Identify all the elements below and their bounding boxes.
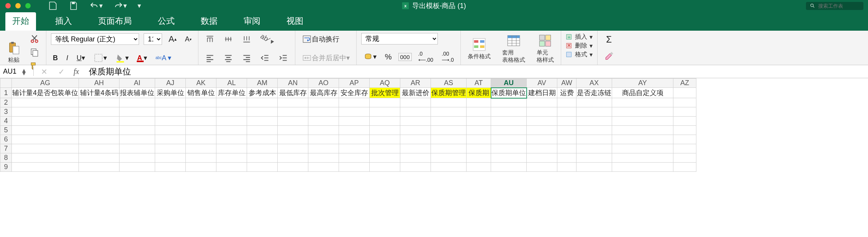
cell[interactable]: [370, 126, 400, 135]
align-bottom-icon[interactable]: [240, 33, 254, 45]
cell[interactable]: [576, 126, 612, 135]
cell[interactable]: [79, 98, 120, 107]
cell[interactable]: [79, 153, 120, 163]
confirm-edit-icon[interactable]: ✓: [56, 66, 67, 77]
cell[interactable]: [278, 163, 308, 172]
decrease-indent-icon[interactable]: [258, 52, 272, 64]
cell[interactable]: [400, 98, 431, 107]
column-header[interactable]: AH: [79, 79, 120, 88]
cell[interactable]: [278, 107, 308, 117]
merge-center-button[interactable]: 合并后居中 ▾: [300, 52, 352, 64]
redo-icon[interactable]: ▾: [111, 0, 129, 12]
column-header[interactable]: AQ: [370, 79, 400, 88]
cell[interactable]: [612, 163, 673, 172]
column-header[interactable]: AK: [186, 79, 216, 88]
cell[interactable]: [400, 163, 431, 172]
tab-3[interactable]: 公式: [151, 12, 182, 31]
cell[interactable]: 安全库存: [339, 88, 370, 98]
cell[interactable]: [557, 153, 576, 163]
cell[interactable]: [576, 144, 612, 153]
cell[interactable]: 建档日期: [527, 88, 557, 98]
cell[interactable]: [491, 135, 527, 144]
cell[interactable]: [12, 135, 79, 144]
format-as-table-button[interactable]: 套用 表格格式: [500, 33, 527, 64]
cell[interactable]: [308, 107, 339, 117]
cell[interactable]: [308, 117, 339, 126]
cell[interactable]: [186, 117, 216, 126]
borders-button[interactable]: ▾: [92, 52, 109, 64]
conditional-formatting-button[interactable]: 条件格式: [465, 37, 493, 61]
cell[interactable]: [576, 98, 612, 107]
cell[interactable]: [155, 117, 186, 126]
zoom-window-button[interactable]: [25, 3, 31, 8]
cell[interactable]: [370, 163, 400, 172]
cell[interactable]: [491, 144, 527, 153]
column-header[interactable]: AI: [120, 79, 155, 88]
insert-cells-button[interactable]: ＋ 插入 ▾: [566, 33, 593, 41]
autosum-icon[interactable]: Σ: [604, 33, 614, 46]
cell[interactable]: [308, 163, 339, 172]
fill-color-button[interactable]: ▾: [113, 52, 131, 64]
cell[interactable]: [467, 126, 491, 135]
column-header[interactable]: AM: [247, 79, 278, 88]
cell[interactable]: 最低库存: [278, 88, 308, 98]
cell[interactable]: [673, 126, 696, 135]
cell[interactable]: [673, 135, 696, 144]
cell[interactable]: [216, 98, 247, 107]
cell[interactable]: [216, 153, 247, 163]
cell[interactable]: [400, 135, 431, 144]
cell[interactable]: [467, 153, 491, 163]
column-header[interactable]: AJ: [155, 79, 186, 88]
cell[interactable]: 商品自定义项: [612, 88, 673, 98]
cell[interactable]: [557, 117, 576, 126]
cell[interactable]: [673, 88, 696, 98]
cell[interactable]: [527, 153, 557, 163]
cell[interactable]: [247, 135, 278, 144]
cell[interactable]: [186, 135, 216, 144]
row-header[interactable]: 8: [0, 153, 12, 163]
column-header[interactable]: AR: [400, 79, 431, 88]
cell[interactable]: [576, 153, 612, 163]
cell[interactable]: [612, 135, 673, 144]
cell[interactable]: [431, 144, 467, 153]
cell[interactable]: [247, 153, 278, 163]
cell[interactable]: [12, 144, 79, 153]
cell[interactable]: [247, 107, 278, 117]
font-color-button[interactable]: A▾: [135, 53, 149, 63]
cell[interactable]: [527, 98, 557, 107]
cell[interactable]: [79, 163, 120, 172]
cell[interactable]: [370, 98, 400, 107]
cell[interactable]: [186, 163, 216, 172]
cell[interactable]: [557, 135, 576, 144]
cell[interactable]: [308, 135, 339, 144]
cell[interactable]: [527, 107, 557, 117]
row-header[interactable]: 6: [0, 135, 12, 144]
cell[interactable]: [339, 135, 370, 144]
cell[interactable]: [247, 117, 278, 126]
cell[interactable]: [12, 163, 79, 172]
cell[interactable]: [673, 117, 696, 126]
select-all-corner[interactable]: [0, 79, 12, 88]
phonetic-guide-button[interactable]: abcA ▾: [154, 53, 173, 63]
cell[interactable]: [431, 117, 467, 126]
cell[interactable]: [155, 135, 186, 144]
cell[interactable]: [557, 144, 576, 153]
decrease-decimal-icon[interactable]: .00⟶.0: [440, 49, 456, 64]
cell[interactable]: [612, 98, 673, 107]
cell[interactable]: 是否走冻链: [576, 88, 612, 98]
cell[interactable]: [155, 107, 186, 117]
cell[interactable]: [186, 98, 216, 107]
tab-1[interactable]: 插入: [48, 12, 79, 31]
cell[interactable]: [339, 126, 370, 135]
cell[interactable]: [527, 144, 557, 153]
tab-0[interactable]: 开始: [5, 12, 36, 31]
font-name-select[interactable]: 等线 Regular (正文): [51, 33, 139, 45]
cell[interactable]: [216, 163, 247, 172]
cell[interactable]: 库存单位: [216, 88, 247, 98]
cell[interactable]: [278, 126, 308, 135]
cell[interactable]: [400, 153, 431, 163]
cell[interactable]: [186, 144, 216, 153]
cell[interactable]: [612, 126, 673, 135]
tab-4[interactable]: 数据: [194, 12, 224, 31]
align-left-icon[interactable]: [203, 52, 217, 64]
